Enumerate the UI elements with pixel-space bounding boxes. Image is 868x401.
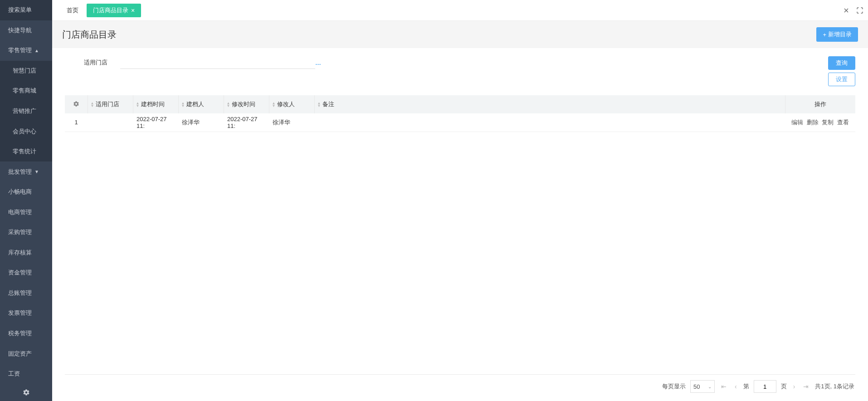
tabs-bar: 首页 门店商品目录 × — [52, 0, 868, 21]
sidebar-sub-smart-store[interactable]: 智慧门店 — [0, 61, 52, 81]
sidebar-item-inventory[interactable]: 库存核算 — [0, 243, 52, 263]
sort-icon: ▲▼ — [272, 102, 276, 108]
query-button[interactable]: 查询 — [828, 56, 855, 70]
action-delete[interactable]: 删除 — [807, 119, 819, 126]
store-filter-input[interactable] — [120, 56, 315, 69]
column-modify-time[interactable]: ▲▼修改时间 — [224, 95, 269, 113]
sidebar-item-salary[interactable]: 工资 — [0, 364, 52, 384]
sort-icon: ▲▼ — [317, 102, 321, 108]
catalog-table: ▲▼适用门店 ▲▼建档时间 ▲▼建档人 ▲▼修改时间 ▲▼修改人 ▲▼备注 操作… — [65, 95, 855, 132]
table-row[interactable]: 1 2022-07-27 11: 徐泽华 2022-07-27 11: 徐泽华 … — [65, 113, 855, 132]
cell-creator: 徐泽华 — [178, 113, 224, 132]
gear-icon — [73, 101, 79, 107]
pager-next-button[interactable]: › — [791, 383, 797, 390]
sidebar-sub-marketing[interactable]: 营销推广 — [0, 101, 52, 122]
sidebar-item-retail-mgmt[interactable]: 零售管理 ▲ — [0, 40, 52, 61]
pagination: 每页显示 50 ⌄ ⇤ ‹ 第 页 › ⇥ 共1页, 1条记录 — [662, 380, 854, 393]
action-copy[interactable]: 复制 — [822, 119, 834, 126]
sidebar-item-ecom-mgmt[interactable]: 电商管理 — [0, 202, 52, 222]
tab-home[interactable]: 首页 — [60, 4, 85, 17]
sidebar-item-search-menu[interactable]: 搜索菜单 — [0, 0, 52, 20]
per-page-label: 每页显示 — [662, 382, 686, 391]
close-icon[interactable]: × — [131, 7, 135, 14]
sidebar-item-quick-nav[interactable]: 快捷导航 — [0, 20, 52, 41]
sidebar-item-ledger-mgmt[interactable]: 总账管理 — [0, 283, 52, 303]
gear-icon — [23, 389, 30, 396]
action-edit[interactable]: 编辑 — [791, 119, 803, 126]
column-create-time[interactable]: ▲▼建档时间 — [133, 95, 178, 113]
add-catalog-button[interactable]: + 新增目录 — [816, 27, 858, 42]
filter-row: 适用门店 … 查询 设置 — [52, 48, 868, 89]
pager-last-button[interactable]: ⇥ — [801, 383, 810, 390]
action-view[interactable]: 查看 — [837, 119, 849, 126]
column-remark[interactable]: ▲▼备注 — [314, 95, 785, 113]
pager-first-button[interactable]: ⇤ — [719, 383, 728, 390]
sidebar: 搜索菜单 快捷导航 零售管理 ▲ 智慧门店 零售商城 营销推广 会员中心 零售统… — [0, 0, 52, 401]
sidebar-item-tax-mgmt[interactable]: 税务管理 — [0, 323, 52, 344]
column-modifier[interactable]: ▲▼修改人 — [269, 95, 314, 113]
filter-label-store: 适用门店 — [65, 59, 107, 67]
tab-store-catalog[interactable]: 门店商品目录 × — [87, 4, 141, 17]
page-size-select[interactable]: 50 ⌄ — [690, 380, 715, 393]
sidebar-item-purchase-mgmt[interactable]: 采购管理 — [0, 222, 52, 243]
chevron-down-icon: ⌄ — [708, 384, 712, 389]
page-title: 门店商品目录 — [62, 29, 117, 41]
cell-modify-time: 2022-07-27 11: — [224, 113, 269, 132]
x-icon — [843, 7, 850, 14]
sidebar-item-funds-mgmt[interactable]: 资金管理 — [0, 263, 52, 283]
sidebar-sub-retail-stats[interactable]: 零售统计 — [0, 142, 52, 162]
column-settings-header[interactable] — [65, 95, 88, 113]
close-all-button[interactable] — [843, 7, 850, 14]
pagination-summary: 共1页, 1条记录 — [815, 382, 854, 391]
sort-icon: ▲▼ — [181, 102, 185, 108]
sort-icon: ▲▼ — [91, 102, 94, 108]
divider — [65, 374, 855, 375]
cell-create-time: 2022-07-27 11: — [133, 113, 178, 132]
sidebar-sub-member-center[interactable]: 会员中心 — [0, 121, 52, 142]
column-creator[interactable]: ▲▼建档人 — [178, 95, 224, 113]
sidebar-item-xiaochang-ecom[interactable]: 小畅电商 — [0, 182, 52, 202]
table-wrap: ▲▼适用门店 ▲▼建档时间 ▲▼建档人 ▲▼修改时间 ▲▼修改人 ▲▼备注 操作… — [52, 89, 868, 138]
caret-down-icon: ▼ — [34, 169, 39, 174]
sidebar-item-fixed-assets[interactable]: 固定资产 — [0, 343, 52, 364]
sort-icon: ▲▼ — [136, 102, 140, 108]
page-prefix-label: 第 — [743, 382, 749, 391]
sort-icon: ▲▼ — [227, 102, 230, 108]
plus-icon: + — [823, 31, 826, 38]
expand-icon — [856, 7, 863, 14]
cell-remark — [314, 113, 785, 132]
cell-actions: 编辑 删除 复制 查看 — [785, 113, 855, 132]
sidebar-sub-retail-mall[interactable]: 零售商城 — [0, 81, 52, 101]
column-action: 操作 — [785, 95, 855, 113]
sidebar-settings-button[interactable] — [0, 384, 52, 401]
sidebar-item-wholesale-mgmt[interactable]: 批发管理 ▼ — [0, 161, 52, 182]
filter-settings-button[interactable]: 设置 — [828, 73, 855, 86]
cell-index: 1 — [65, 113, 88, 132]
column-store[interactable]: ▲▼适用门店 — [88, 95, 133, 113]
lookup-button[interactable]: … — [315, 59, 322, 66]
caret-up-icon: ▲ — [34, 48, 39, 53]
sidebar-item-invoice-mgmt[interactable]: 发票管理 — [0, 303, 52, 323]
cell-modifier: 徐泽华 — [269, 113, 314, 132]
fullscreen-button[interactable] — [856, 7, 863, 14]
page-number-input[interactable] — [754, 380, 776, 393]
cell-store — [88, 113, 133, 132]
content-header: 门店商品目录 + 新增目录 — [52, 21, 868, 48]
pager-prev-button[interactable]: ‹ — [733, 383, 739, 390]
page-suffix-label: 页 — [781, 382, 787, 391]
